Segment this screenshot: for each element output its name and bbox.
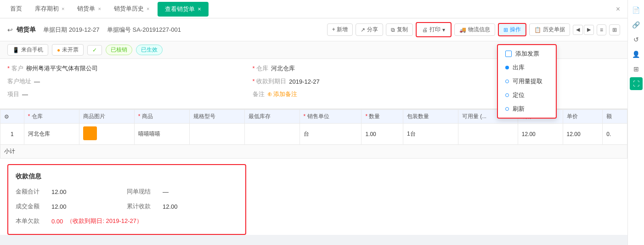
- tab-sales-history-close[interactable]: ×: [147, 6, 149, 11]
- next-button[interactable]: ▶: [584, 25, 594, 35]
- transaction-value: 12.00: [51, 203, 67, 210]
- tab-sales-close[interactable]: ×: [98, 6, 101, 11]
- sidebar-user-icon[interactable]: 👤: [630, 48, 643, 61]
- voided-badge: 已核销: [106, 45, 132, 55]
- not-open-button[interactable]: ● 未开票: [52, 44, 84, 56]
- tab-home[interactable]: 首页: [4, 0, 28, 18]
- total-amount-row: 金额合计 12.00: [16, 186, 127, 197]
- row-available: [458, 124, 518, 145]
- th-amount: 额: [603, 110, 627, 124]
- sidebar-expand-icon[interactable]: ⛶: [630, 77, 643, 90]
- print-dropdown-icon: ▾: [442, 27, 445, 33]
- cumulative-value: 12.00: [163, 203, 178, 210]
- th-product-img: 商品图片: [79, 110, 134, 124]
- new-button[interactable]: + 新增: [327, 23, 353, 36]
- customer-field: 客户 柳州粤港平安气体有限公司: [7, 64, 130, 73]
- same-order-label: 同单现结: [127, 188, 159, 196]
- right-sidebar: 📄 🔗 ↺ 👤 ⊞ ⛶: [627, 0, 644, 240]
- copy-button[interactable]: ⧉ 复制: [386, 23, 413, 36]
- row-current-stock: 12.00: [518, 124, 563, 145]
- history-button[interactable]: 📋 历史单据: [529, 23, 570, 36]
- add-note-button[interactable]: ⊕ 添加备注: [267, 90, 298, 98]
- tab-sales-history-label: 销货单历史: [114, 5, 144, 13]
- row-spec: [189, 124, 244, 145]
- tab-sales[interactable]: 销货单 ×: [71, 0, 107, 18]
- note-field: 备注 ⊕ 添加备注: [253, 90, 375, 98]
- copy-icon: ⧉: [391, 27, 395, 33]
- effective-badge: 已生效: [136, 45, 163, 55]
- warehouse-field: 仓库 河北仓库: [253, 64, 375, 73]
- th-product: 商品: [134, 110, 189, 124]
- tab-view-sales-close[interactable]: ×: [198, 6, 201, 12]
- new-label: + 新增: [332, 26, 348, 34]
- window-close-button[interactable]: ×: [612, 5, 624, 13]
- logistics-icon: 🚚: [459, 27, 466, 33]
- tab-view-sales[interactable]: 查看销货单 ×: [158, 2, 209, 17]
- payment-section: 收款信息 金额合计 12.00 同单现结 — 成交金额 12.00: [7, 164, 246, 235]
- print-icon: 🖨: [422, 27, 428, 33]
- project-value: —: [22, 91, 28, 98]
- product-thumbnail: [83, 126, 97, 140]
- address-label: 客户地址: [7, 77, 31, 85]
- grid-view-button[interactable]: ⊞: [609, 24, 620, 35]
- locate-icon: [505, 93, 509, 97]
- row-seq: 1: [0, 124, 24, 145]
- operations-button[interactable]: ⊞ 操作: [498, 23, 526, 36]
- phone-icon: 📱: [12, 47, 19, 53]
- logistics-button[interactable]: 🚚 物流信息: [454, 23, 495, 36]
- project-label: 项目: [7, 90, 19, 98]
- doc-date-label: 单据日期 2019-12-27: [43, 26, 100, 34]
- sidebar-link-icon[interactable]: 🔗: [630, 18, 643, 31]
- logistics-label: 物流信息: [468, 26, 490, 34]
- add-invoice-icon: [505, 51, 512, 57]
- refresh-item[interactable]: 刷新: [498, 102, 556, 116]
- row-qty: 1.00: [362, 124, 403, 145]
- available-qty-item[interactable]: 可用量提取: [498, 74, 556, 88]
- prev-button[interactable]: ◀: [573, 25, 583, 35]
- customer-value: 柳州粤港平安气体有限公司: [26, 64, 98, 73]
- th-warehouse: 仓库: [24, 110, 79, 124]
- sidebar-table-icon[interactable]: ⊞: [630, 63, 643, 75]
- transaction-label: 成交金额: [16, 202, 48, 211]
- note-label: 备注: [253, 90, 265, 98]
- warehouse-value: 河北仓库: [271, 64, 295, 73]
- outbound-item[interactable]: 出库: [498, 61, 556, 74]
- check-icon: ✓: [92, 47, 97, 53]
- tab-inventory-close[interactable]: ×: [62, 6, 64, 11]
- tab-sales-history[interactable]: 销货单历史 ×: [107, 0, 156, 18]
- row-warehouse: 河北仓库: [24, 124, 79, 145]
- not-open-label: 未开票: [62, 46, 79, 54]
- add-invoice-item[interactable]: 添加发票: [498, 47, 556, 61]
- due-date-field: 收款到期日 2019-12-27: [253, 77, 375, 85]
- history-icon: 📋: [534, 27, 541, 33]
- th-gear: ⚙: [0, 110, 24, 124]
- list-view-button[interactable]: ≡: [597, 24, 606, 35]
- payment-title: 收款信息: [16, 172, 238, 181]
- sidebar-doc-icon[interactable]: 📄: [630, 4, 643, 17]
- sidebar-refresh-icon[interactable]: ↺: [630, 33, 643, 46]
- th-unit-price: 单价: [563, 110, 603, 124]
- share-label: 分享: [367, 26, 378, 34]
- row-amount: 0.: [603, 124, 627, 145]
- row-unit: 台: [299, 124, 362, 145]
- tab-inventory[interactable]: 库存期初 ×: [28, 0, 71, 18]
- print-highlight-box: 🖨 打印 ▾: [416, 22, 452, 37]
- share-button[interactable]: ↗ 分享: [356, 23, 383, 36]
- from-phone-label: 来自手机: [21, 46, 43, 54]
- row-unit-price: 12.00: [563, 124, 603, 145]
- share-icon: ↗: [361, 27, 365, 33]
- check-button[interactable]: ✓: [87, 45, 102, 55]
- from-phone-button[interactable]: 📱 来自手机: [7, 44, 48, 56]
- print-button[interactable]: 🖨 打印 ▾: [418, 24, 450, 35]
- operations-dropdown: 添加发票 出库 可用量提取 定位 刷新: [497, 44, 557, 119]
- outbound-icon: [505, 66, 509, 69]
- row-product-img: [79, 124, 134, 145]
- table-row: 1 河北仓库 嘻嘻嘻嘻 台 1.00 1台 12: [0, 124, 627, 145]
- locate-item[interactable]: 定位: [498, 88, 556, 102]
- doc-actions: + 新增 ↗ 分享 ⧉ 复制 🖨 打印 ▾: [327, 22, 620, 37]
- cumulative-label: 累计收款: [127, 202, 159, 211]
- row-min-stock: [244, 124, 299, 145]
- outbound-label: 出库: [513, 63, 525, 72]
- same-order-row: 同单现结 —: [127, 186, 238, 197]
- payment-grid: 金额合计 12.00 同单现结 — 成交金额 12.00 累计收款 12.00: [16, 186, 238, 227]
